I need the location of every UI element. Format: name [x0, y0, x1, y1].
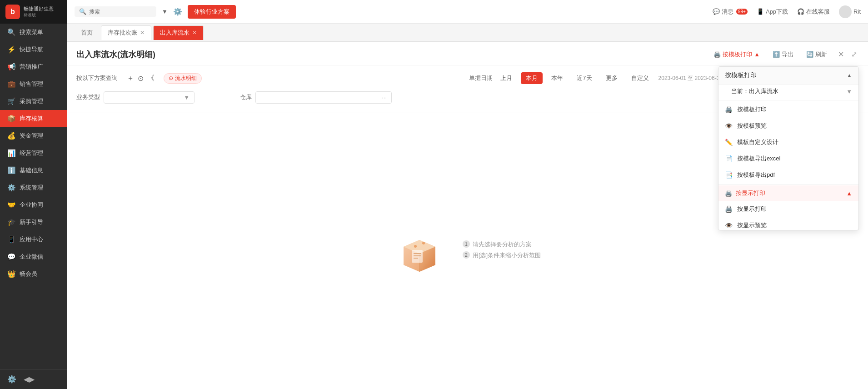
industry-btn[interactable]: 体验行业方案 [188, 5, 236, 19]
tip-num-2: 2 [463, 251, 470, 259]
phone-icon: 📱 [757, 8, 764, 15]
date-btn-last7[interactable]: 近7天 [572, 72, 597, 84]
warehouse-more-icon: ··· [382, 94, 387, 101]
sidebar-item-cooperation[interactable]: 🤝企业协同 [0, 196, 67, 214]
main-area: 🔍 ▼ ⚙️ 体验行业方案 💬 消息 99+ 📱 App下载 🎧 在线客服 Ri [67, 0, 868, 389]
sidebar-item-sales[interactable]: 💼销售管理 [0, 75, 67, 93]
sidebar-item-wechat[interactable]: 💬企业微信 [0, 248, 67, 265]
warehouse-group: 仓库 ··· [240, 91, 741, 104]
sidebar-icon-cooperation: 🤝 [7, 201, 16, 209]
sidebar-collapse-icon[interactable]: ◀▶ [24, 375, 35, 384]
filter-tag[interactable]: ⊙ 流水明细 [164, 73, 202, 84]
filter-settings-icon[interactable]: ⊙ [138, 74, 144, 83]
tip-item-1: 1 请先选择要分析的方案 [463, 240, 541, 249]
app-download-btn[interactable]: 📱 App下载 [757, 8, 788, 16]
dp-title: 按模板打印 [725, 71, 757, 80]
dp-highlighted-section[interactable]: 🖨️ 按显示打印 ▲ [718, 185, 858, 201]
online-service-btn[interactable]: 🎧 在线客服 [797, 8, 830, 16]
sidebar-label-finance: 资金管理 [20, 132, 43, 140]
sidebar-item-guide[interactable]: 🎓新手引导 [0, 214, 67, 231]
date-btn-custom[interactable]: 自定义 [626, 72, 654, 84]
sidebar-icon-operation: 📊 [7, 149, 16, 157]
sidebar-item-operation[interactable]: 📊经营管理 [0, 145, 67, 162]
sidebar-bottom: ⚙️ ◀▶ [0, 369, 67, 389]
empty-tips: 1 请先选择要分析的方案 2 用[选]条件来缩小分析范围 [463, 240, 541, 262]
dp-item-template-print[interactable]: 🖨️ 按模板打印 [718, 101, 858, 118]
notification-btn[interactable]: 💬 消息 99+ [713, 8, 748, 16]
sidebar-label-system: 系统管理 [20, 184, 43, 192]
app-logo: b 畅捷通好生意 标准版 [0, 0, 67, 24]
tab-close-batch[interactable]: ✕ [140, 30, 145, 36]
filter-collapse-icon[interactable]: 《 [147, 74, 155, 83]
user-avatar[interactable]: Rit [839, 5, 861, 18]
tab-home[interactable]: 首页 [75, 25, 99, 40]
dp-item-template-preview[interactable]: 👁️ 按模板预览 [718, 118, 858, 134]
dp-item-template-custom[interactable]: ✏️ 模板自定义设计 [718, 134, 858, 150]
tab-flow[interactable]: 出入库流水✕ [153, 25, 204, 40]
sidebar-item-basic[interactable]: ℹ️基础信息 [0, 162, 67, 179]
logo-text: 畅捷通好生意 [24, 5, 54, 12]
date-btn-more[interactable]: 更多 [601, 72, 623, 84]
dp-item-display-preview[interactable]: 👁️ 按显示预览 [718, 217, 858, 230]
date-btn-this_month[interactable]: 本月 [521, 72, 543, 84]
sidebar-label-purchase: 采购管理 [20, 97, 43, 105]
dp-item-display-print[interactable]: 🖨️ 按显示打印 [718, 201, 858, 217]
dp-chevron-up[interactable]: ▲ [847, 72, 852, 79]
dp-highlighted-arrow: ▲ [846, 190, 852, 197]
refresh-icon: 🔄 [806, 51, 813, 58]
dp-item-template-excel[interactable]: 📄 按模板导出excel [718, 150, 858, 167]
tab-label-home: 首页 [81, 29, 93, 37]
sidebar-settings-icon[interactable]: ⚙️ [7, 375, 16, 384]
search-box[interactable]: 🔍 [75, 6, 156, 17]
tip-item-2: 2 用[选]条件来缩小分析范围 [463, 251, 541, 259]
dp-template-print-label: 按模板打印 [737, 105, 852, 114]
sidebar-item-marketing[interactable]: 📢营销推广 [0, 58, 67, 75]
tab-close-flow[interactable]: ✕ [192, 30, 197, 36]
window-controls: ✕ ⤢ [836, 48, 859, 60]
svg-point-9 [422, 242, 425, 244]
sidebar-item-purchase[interactable]: 🛒采购管理 [0, 93, 67, 110]
sidebar-icon-inventory: 📦 [7, 115, 16, 123]
notification-label: 消息 [722, 8, 733, 16]
dp-divider-1 [718, 100, 858, 100]
date-btn-this_year[interactable]: 本年 [546, 72, 568, 84]
export-btn[interactable]: ⬆️ 导出 [769, 49, 797, 60]
dp-template-pdf-label: 按模板导出pdf [737, 171, 852, 179]
business-type-select[interactable]: ▼ [104, 91, 195, 104]
sidebar-label-guide: 新手引导 [20, 218, 43, 226]
notification-badge: 99+ [736, 9, 748, 15]
sidebar-label-sales: 销售管理 [20, 80, 43, 88]
sidebar-item-inventory[interactable]: 📦库存核算 [0, 110, 67, 127]
dp-item-template-pdf[interactable]: 📑 按模板导出pdf [718, 167, 858, 183]
sidebar-item-member[interactable]: 👑畅会员 [0, 265, 67, 283]
svg-point-8 [414, 245, 417, 248]
sidebar-item-appcenter[interactable]: 📱应用中心 [0, 231, 67, 248]
sidebar-item-quicknav[interactable]: ⚡快捷导航 [0, 41, 67, 58]
filter-add-icon[interactable]: ＋ [127, 74, 134, 83]
warehouse-select[interactable]: ··· [255, 91, 392, 104]
topbar-gear-icon[interactable]: ⚙️ [173, 7, 182, 16]
maximize-btn[interactable]: ⤢ [849, 48, 859, 60]
tab-batch[interactable]: 库存批次账✕ [101, 25, 151, 40]
date-btn-last_month[interactable]: 上月 [495, 72, 517, 84]
template-print-btn[interactable]: 🖨️ 按模板打印 ▲ [710, 49, 763, 60]
user-name: Rit [853, 8, 861, 15]
logo-icon: b [5, 5, 20, 19]
tip-text-2: 用[选]条件来缩小分析范围 [473, 251, 541, 259]
close-btn[interactable]: ✕ [836, 48, 846, 60]
sidebar-label-inventory: 库存核算 [20, 115, 43, 123]
sidebar-item-finance[interactable]: 💰资金管理 [0, 127, 67, 145]
sidebar-label-operation: 经营管理 [20, 149, 43, 157]
search-dropdown[interactable]: ▼ [162, 8, 168, 15]
sidebar-item-system[interactable]: ⚙️系统管理 [0, 179, 67, 196]
search-input[interactable] [89, 9, 144, 15]
refresh-btn[interactable]: 🔄 刷新 [803, 49, 831, 60]
svg-rect-4 [412, 250, 423, 263]
tab-label-flow: 出入库流水 [160, 29, 190, 37]
dp-current[interactable]: 当前：出入库流水 ▼ [718, 85, 858, 99]
sidebar-label-quicknav: 快捷导航 [20, 45, 43, 54]
sidebar-item-search[interactable]: 🔍搜索菜单 [0, 24, 67, 41]
dp-pdf-icon-1: 📑 [725, 171, 733, 179]
dp-current-label: 当前：出入库流水 [731, 87, 778, 95]
tab-label-batch: 库存批次账 [108, 29, 137, 37]
